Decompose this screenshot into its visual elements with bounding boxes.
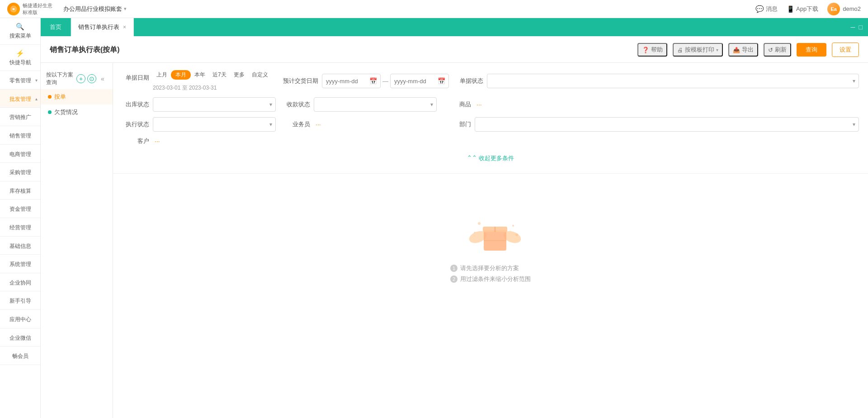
sidebar-item-quick-nav[interactable]: ⚡ 快捷导航 bbox=[0, 45, 40, 71]
goods-filter: 商品 ··· bbox=[444, 100, 859, 109]
sidebar-item-inventory[interactable]: 库存核算 bbox=[0, 181, 40, 200]
goods-ellipsis[interactable]: ··· bbox=[475, 101, 484, 108]
expected-date-filter: 预计交货日期 📅 — 📅 bbox=[283, 74, 449, 88]
svg-point-9 bbox=[474, 232, 476, 233]
empty-state: 1 请先选择要分析的方案 2 用过滤条件来缩小分析范围 bbox=[113, 174, 868, 322]
last7-btn[interactable]: 近7天 bbox=[209, 70, 230, 80]
customer-label: 客户 bbox=[122, 137, 149, 145]
empty-tips: 1 请先选择要分析的方案 2 用过滤条件来缩小分析范围 bbox=[450, 264, 531, 286]
sidebar-item-newbie[interactable]: 新手引导 bbox=[0, 291, 40, 310]
help-button[interactable]: ❓ 帮助 bbox=[637, 43, 667, 57]
header-left: 畅捷通好生意 标准版 办公用品行业模拟账套 ▾ bbox=[7, 2, 127, 15]
more-btn[interactable]: 更多 bbox=[230, 70, 248, 80]
help-icon: ❓ bbox=[642, 47, 649, 53]
sidebar-item-basic-info[interactable]: 基础信息 bbox=[0, 237, 40, 255]
customer-filter: 客户 ··· bbox=[122, 137, 276, 145]
sidebar-item-app-center[interactable]: 应用中心 bbox=[0, 310, 40, 328]
delivery-status-select[interactable] bbox=[153, 97, 276, 112]
left-panel-actions: + ⊙ « bbox=[76, 74, 107, 83]
tab-sales-order[interactable]: 销售订单执行表 × bbox=[71, 18, 134, 36]
department-select[interactable] bbox=[475, 117, 859, 132]
chevron-up-icon: ⌃⌃ bbox=[467, 154, 477, 162]
status-filter: 单据状态 bbox=[456, 74, 859, 88]
app-download-button[interactable]: 📱 App下载 bbox=[787, 5, 818, 13]
tip-text-2: 用过滤条件来缩小分析范围 bbox=[460, 275, 531, 283]
expected-date-start-wrap: 📅 bbox=[322, 74, 381, 88]
settings-button[interactable]: 设置 bbox=[832, 43, 859, 57]
expected-date-end-wrap: 📅 bbox=[390, 74, 449, 88]
plan-item-backorder[interactable]: 欠货情况 bbox=[41, 104, 113, 120]
status-label: 单据状态 bbox=[456, 77, 483, 85]
breadcrumb[interactable]: 办公用品行业模拟账套 ▾ bbox=[63, 5, 127, 13]
date-range-text: 2023-03-01 至 2023-03-31 bbox=[153, 84, 272, 92]
filter-row-4: 客户 ··· bbox=[122, 137, 859, 145]
expected-date-label: 预计交货日期 bbox=[283, 77, 318, 85]
collapse-row[interactable]: ⌃⌃ 收起更多条件 bbox=[122, 151, 859, 166]
customer-ellipsis[interactable]: ··· bbox=[153, 138, 162, 145]
custom-btn[interactable]: 自定义 bbox=[248, 70, 272, 80]
sidebar-item-system[interactable]: 系统管理 bbox=[0, 255, 40, 273]
sidebar-item-wholesale[interactable]: 批发管理 ▴ bbox=[0, 90, 40, 108]
this-month-btn[interactable]: 本月 bbox=[171, 70, 191, 80]
sidebar-item-finance[interactable]: 资金管理 bbox=[0, 200, 40, 218]
department-label: 部门 bbox=[444, 120, 471, 128]
page-title: 销售订单执行表(按单) bbox=[50, 45, 120, 55]
tab-close-icon[interactable]: × bbox=[123, 24, 126, 30]
expected-date-end[interactable] bbox=[390, 74, 449, 88]
sidebar-item-operations[interactable]: 经营管理 bbox=[0, 218, 40, 237]
page-header: 销售订单执行表(按单) ❓ 帮助 🖨 按模板打印 ▾ 📤 导出 bbox=[41, 36, 868, 63]
svg-point-10 bbox=[515, 233, 518, 236]
filter-row-2: 出库状态 收款状态 bbox=[122, 97, 859, 112]
print-button[interactable]: 🖨 按模板打印 ▾ bbox=[673, 43, 723, 57]
collapse-panel-button[interactable]: « bbox=[98, 74, 107, 83]
logo-icon bbox=[7, 3, 20, 15]
tip-num-2: 2 bbox=[450, 276, 458, 283]
message-icon: 💬 bbox=[755, 5, 764, 13]
sidebar-item-wechat[interactable]: 企业微信 bbox=[0, 328, 40, 347]
salesperson-ellipsis[interactable]: ··· bbox=[314, 121, 323, 128]
maximize-icon[interactable]: □ bbox=[859, 24, 863, 31]
copy-plan-button[interactable]: ⊙ bbox=[87, 74, 96, 83]
export-icon: 📤 bbox=[733, 47, 740, 53]
filter-row-1: 单据日期 上月 本月 本年 近7天 更多 自定义 bbox=[122, 70, 859, 92]
sidebar: 🔍 搜索菜单 ⚡ 快捷导航 零售管理 ▾ 批发管理 ▴ 营销推广 销售管理 电商… bbox=[0, 18, 41, 418]
exec-status-select[interactable] bbox=[153, 117, 276, 132]
expected-date-start[interactable] bbox=[322, 74, 381, 88]
last-month-btn[interactable]: 上月 bbox=[153, 70, 171, 80]
exec-status-label: 执行状态 bbox=[122, 120, 149, 128]
page-body: 按以下方案查询 + ⊙ « 按单 欠货情况 bbox=[41, 63, 868, 418]
this-year-btn[interactable]: 本年 bbox=[191, 70, 209, 80]
left-panel-header: 按以下方案查询 + ⊙ « bbox=[41, 68, 113, 89]
dot-icon-2 bbox=[48, 110, 52, 114]
collapse-label: 收起更多条件 bbox=[479, 154, 514, 162]
sidebar-item-marketing[interactable]: 营销推广 bbox=[0, 108, 40, 126]
tip-num-1: 1 bbox=[450, 265, 458, 272]
lightning-icon: ⚡ bbox=[16, 49, 24, 57]
left-panel: 按以下方案查询 + ⊙ « 按单 欠货情况 bbox=[41, 63, 113, 418]
date-label: 单据日期 bbox=[122, 74, 149, 82]
user-profile[interactable]: Ea demo2 bbox=[827, 3, 861, 15]
sidebar-item-member[interactable]: 畅会员 bbox=[0, 347, 40, 365]
sidebar-item-sales[interactable]: 销售管理 bbox=[0, 126, 40, 145]
receipt-status-filter: 收款状态 bbox=[283, 97, 437, 112]
export-button[interactable]: 📤 导出 bbox=[728, 43, 758, 57]
tab-home[interactable]: 首页 bbox=[41, 18, 71, 36]
receipt-status-select[interactable] bbox=[314, 97, 437, 112]
message-button[interactable]: 💬 消息 bbox=[755, 5, 778, 13]
refresh-icon: ↺ bbox=[768, 47, 773, 53]
page-content: 销售订单执行表(按单) ❓ 帮助 🖨 按模板打印 ▾ 📤 导出 bbox=[41, 36, 868, 418]
phone-icon: 📱 bbox=[787, 5, 794, 13]
plan-item-order[interactable]: 按单 bbox=[41, 89, 113, 104]
minimize-icon[interactable]: ─ bbox=[851, 24, 855, 31]
sidebar-item-retail[interactable]: 零售管理 ▾ bbox=[0, 71, 40, 90]
sidebar-item-enterprise[interactable]: 企业协同 bbox=[0, 273, 40, 292]
sidebar-item-search-menu[interactable]: 🔍 搜索菜单 bbox=[0, 18, 40, 45]
status-select[interactable] bbox=[487, 74, 859, 88]
sidebar-item-ecommerce[interactable]: 电商管理 bbox=[0, 145, 40, 163]
sidebar-item-purchase[interactable]: 采购管理 bbox=[0, 163, 40, 181]
main-layout: 🔍 搜索菜单 ⚡ 快捷导航 零售管理 ▾ 批发管理 ▴ 营销推广 销售管理 电商… bbox=[0, 18, 868, 418]
add-plan-button[interactable]: + bbox=[76, 74, 85, 83]
logo-text: 畅捷通好生意 标准版 bbox=[23, 2, 52, 15]
refresh-button[interactable]: ↺ 刷新 bbox=[764, 43, 791, 57]
query-button[interactable]: 查询 bbox=[797, 43, 826, 57]
